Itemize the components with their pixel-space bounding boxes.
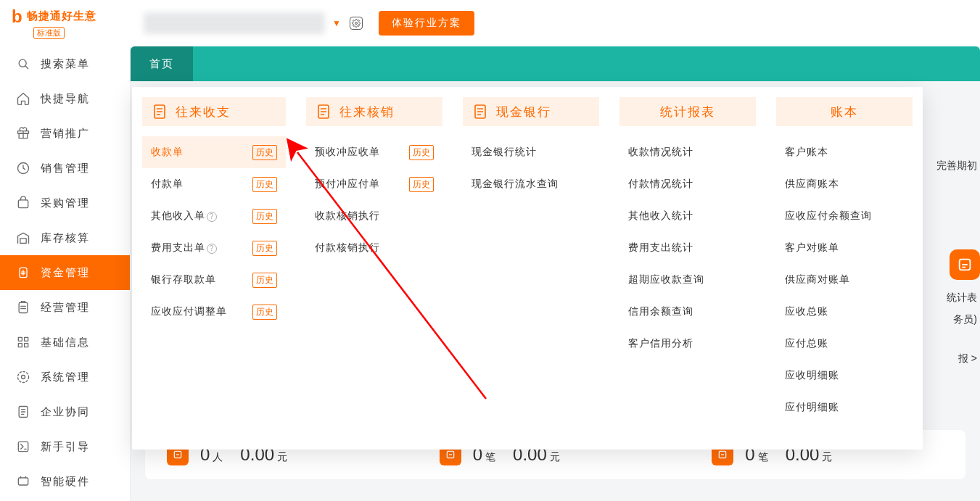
device-icon (16, 474, 30, 489)
gear-icon[interactable] (350, 17, 363, 30)
sidebar-item-label: 系统管理 (41, 370, 90, 384)
mega-item[interactable]: 预收冲应收单 历史 (306, 136, 442, 168)
history-tag[interactable]: 历史 (252, 145, 277, 160)
doc-icon (315, 103, 332, 120)
mega-item-label: 应付明细账 (785, 401, 839, 414)
mega-item[interactable]: 费用支出统计 (619, 232, 756, 264)
logo-block: b 畅捷通好生意 标准版 (0, 8, 131, 39)
mega-item[interactable]: 其他收入统计 (619, 200, 756, 232)
stat-currency: 元 (822, 451, 832, 464)
hint-setup[interactable]: 完善期初 (931, 155, 980, 177)
mega-item[interactable]: 费用支出单? 历史 (142, 232, 286, 264)
mega-item[interactable]: 供应商对账单 (776, 264, 913, 296)
history-tag[interactable]: 历史 (252, 305, 277, 320)
account-selector[interactable] (144, 12, 325, 34)
mega-item[interactable]: 信用余额查询 (619, 296, 756, 328)
sidebar-item-label: 销售管理 (41, 162, 90, 175)
hint-stat-table[interactable]: 统计表 (931, 287, 980, 309)
hint-report-link[interactable]: 报 > (931, 348, 980, 370)
mega-item[interactable]: 付款核销执行 (306, 232, 442, 264)
sidebar-item-money[interactable]: 资金管理 (0, 255, 130, 290)
mega-column-header: 现金银行 (463, 97, 599, 126)
svg-rect-17 (18, 478, 28, 485)
right-hint-strip: 完善期初 统计表 务员) 报 > (931, 109, 980, 370)
history-tag[interactable]: 历史 (252, 209, 277, 224)
sidebar-item-guide[interactable]: 新手引导 (0, 429, 130, 464)
mega-column: 统计报表 收款情况统计 付款情况统计 其他收入统计 费用支出统计 (609, 97, 766, 423)
mega-header-label: 往来核销 (339, 104, 395, 120)
mega-item-label: 付款单 (151, 178, 184, 191)
mega-header-label: 统计报表 (660, 104, 715, 120)
logo-mark: b (12, 8, 22, 25)
industry-solution-button[interactable]: 体验行业方案 (379, 11, 474, 36)
mega-item[interactable]: 银行存取款单 历史 (142, 264, 286, 296)
home-icon (16, 91, 30, 106)
bag-icon (16, 196, 30, 210)
mega-item[interactable]: 预付冲应付单 历史 (306, 168, 442, 200)
mega-column-header: 往来收支 (142, 97, 286, 126)
mega-item[interactable]: 现金银行统计 (463, 136, 599, 168)
mega-item[interactable]: 现金银行流水查询 (463, 168, 599, 200)
mega-item[interactable]: 收款核销执行 (306, 200, 442, 232)
sidebar-item-home[interactable]: 快捷导航 (0, 81, 130, 116)
mega-item[interactable]: 收款单 历史 (142, 136, 286, 168)
mega-item[interactable]: 应付总账 (776, 328, 913, 360)
tab-home[interactable]: 首页 (131, 46, 193, 81)
chevron-down-icon[interactable]: ▼ (332, 18, 341, 28)
history-tag[interactable]: 历史 (409, 177, 434, 192)
mega-item-label: 收款核销执行 (315, 210, 380, 223)
svg-rect-6 (20, 239, 26, 244)
sidebar-item-label: 企业协同 (41, 405, 90, 419)
system-icon (16, 370, 30, 384)
mega-item-label: 客户对账单 (785, 241, 839, 254)
mega-item-label: 费用支出单? (151, 241, 217, 254)
history-tag[interactable]: 历史 (409, 145, 434, 160)
gift-icon (16, 126, 30, 141)
mega-item[interactable]: 超期应收款查询 (619, 264, 756, 296)
mega-item[interactable]: 客户信用分析 (619, 328, 756, 360)
top-header: b 畅捷通好生意 标准版 ▼ 体验行业方案 (0, 0, 980, 46)
mega-item[interactable]: 应收总账 (776, 296, 913, 328)
sidebar-item-grid[interactable]: 基础信息 (0, 325, 130, 360)
mega-item[interactable]: 收款情况统计 (619, 136, 756, 168)
mega-item-label: 应收明细账 (785, 369, 839, 382)
mega-item[interactable]: 供应商账本 (776, 168, 913, 200)
doc-icon (472, 103, 489, 120)
mega-item-label: 现金银行流水查询 (472, 178, 559, 191)
mega-item[interactable]: 应付明细账 (776, 392, 913, 423)
history-tag[interactable]: 历史 (252, 241, 277, 256)
mega-item[interactable]: 应收应付调整单 历史 (142, 296, 286, 328)
history-tag[interactable]: 历史 (252, 273, 277, 288)
svg-point-1 (19, 59, 26, 67)
mega-item[interactable]: 应收应付余额查询 (776, 200, 913, 232)
help-icon[interactable]: ? (207, 244, 217, 254)
help-icon[interactable]: ? (207, 212, 217, 222)
sidebar-item-warehouse[interactable]: 库存核算 (0, 220, 130, 255)
money-icon (16, 265, 30, 280)
sidebar-item-bag[interactable]: 采购管理 (0, 186, 130, 220)
mega-item[interactable]: 其他收入单? 历史 (142, 200, 286, 232)
sidebar-item-label: 新手引导 (41, 440, 90, 454)
mega-item[interactable]: 应收明细账 (776, 360, 913, 392)
sidebar-item-label: 库存核算 (41, 231, 90, 245)
history-tag[interactable]: 历史 (252, 177, 277, 192)
mega-item[interactable]: 付款情况统计 (619, 168, 756, 200)
mega-item-label: 付款核销执行 (315, 241, 380, 254)
mega-item-label: 应收总账 (785, 305, 828, 318)
sidebar-item-device[interactable]: 智能硬件 (0, 464, 130, 499)
mega-item[interactable]: 付款单 历史 (142, 168, 286, 200)
sidebar-item-system[interactable]: 系统管理 (0, 360, 130, 394)
search-icon (16, 57, 30, 71)
sidebar-item-search[interactable]: 搜索菜单 (0, 46, 130, 81)
mega-item-label: 信用余额查询 (628, 305, 693, 318)
sidebar-item-team[interactable]: 企业协同 (0, 394, 130, 429)
svg-point-14 (22, 376, 25, 379)
mega-item-label: 超期应收款查询 (628, 273, 704, 286)
stats-shortcut-icon[interactable] (950, 249, 980, 280)
sidebar-item-cart[interactable]: 销售管理 (0, 151, 130, 186)
sidebar-item-clipboard[interactable]: 经营管理 (0, 290, 130, 325)
mega-item[interactable]: 客户对账单 (776, 232, 913, 264)
sidebar-item-gift[interactable]: 营销推广 (0, 116, 130, 151)
mega-item[interactable]: 客户账本 (776, 136, 913, 168)
grid-icon (16, 335, 30, 349)
